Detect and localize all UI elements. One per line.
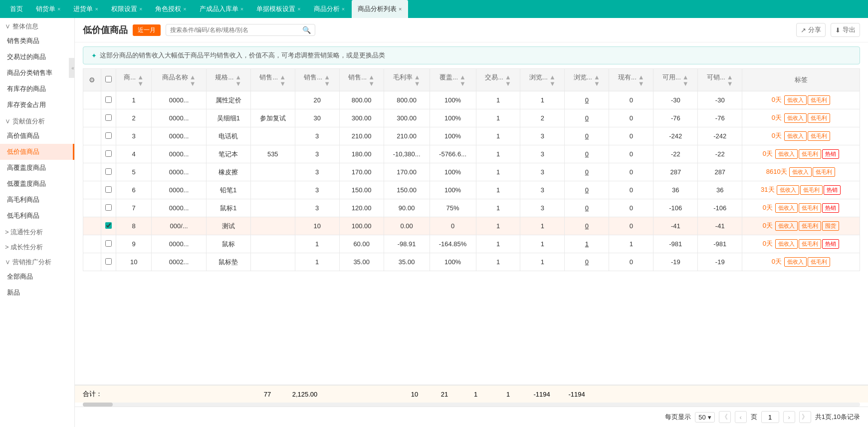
info-banner: ✦ 这部分商品的销售收入大幅低于商品平均销售收入，价值不高，可考虑调整营销策略，… [83,46,860,64]
row-name: 鼠标垫 [206,253,250,271]
sidebar-group-marketing[interactable]: ∨ 营销推广分析 [0,254,74,269]
nav-close-permissions[interactable]: × [139,6,142,12]
row-gross-rate: -164.85% [430,235,476,253]
row-browse2: 0 [609,109,653,127]
browse2-column-header: 浏览...▲▼ [565,69,609,91]
page-size-select[interactable]: 50 ▾ [695,412,714,423]
nav-close-warehouse[interactable]: × [240,6,243,12]
row-checkbox-8[interactable] [105,240,112,247]
row-available: -106 [698,199,742,217]
row-number: 7 [116,199,152,217]
nav-close-analysis-list[interactable]: × [399,6,402,12]
nav-template-settings[interactable]: 单据模板设置 × [250,0,306,18]
summary-sales-qty: 77 [250,391,285,398]
search-input[interactable] [170,26,299,33]
time-filter-button[interactable]: 近一月 [133,24,161,36]
nav-sales-order[interactable]: 销货单 × [30,0,66,18]
next-page-button[interactable]: › [783,411,795,423]
sidebar-item-traded-products[interactable]: 交易过的商品 [0,49,74,65]
tag: 低毛利 [799,149,821,159]
nav-permissions[interactable]: 权限设置 × [105,0,148,18]
sidebar-item-high-coverage[interactable]: 高覆盖度商品 [0,160,74,176]
search-icon[interactable]: 🔍 [302,26,311,34]
row-sales-amount: 170.00 [339,163,384,181]
select-all-checkbox[interactable] [105,76,112,82]
page-number-input[interactable] [761,411,779,423]
row-checkbox-1[interactable] [105,114,112,121]
nav-home[interactable]: 首页 [4,0,29,18]
sidebar-collapse-button[interactable]: « [69,58,75,78]
gear-icon[interactable]: ⚙ [89,76,95,84]
sidebar-item-in-stock[interactable]: 有库存的商品 [0,81,74,97]
row-checkbox-cell [101,199,116,217]
row-current-stock: 287 [653,163,698,181]
sidebar-item-category-rate[interactable]: 商品分类销售率 [0,65,74,81]
sidebar-item-stock-capital[interactable]: 库存资金占用 [0,97,74,113]
row-checkbox-0[interactable] [105,96,112,103]
sidebar-group-overall[interactable]: ∨ 整体信息 [0,18,74,33]
sidebar-item-all-products[interactable]: 全部商品 [0,269,74,285]
row-days: 0天 [772,114,782,121]
row-available: -242 [698,127,742,145]
sidebar-item-low-coverage[interactable]: 低覆盖度商品 [0,176,74,192]
sidebar-item-high-value[interactable]: 高价值商品 [0,128,74,144]
row-sales-qty: 10 [295,217,339,235]
sales-qty-column-header: 销售...▲▼ [250,69,295,91]
nav-product-warehouse[interactable]: 产成品入库单 × [194,0,249,18]
nav-close-purchase[interactable]: × [95,6,98,12]
row-checkbox-3[interactable] [105,150,112,157]
row-transactions: 3 [520,163,565,181]
row-coverage: 1 [476,163,520,181]
nav-close-role[interactable]: × [183,6,186,12]
row-sales-qty: 3 [295,163,339,181]
row-available: -41 [698,217,742,235]
row-gear-cell [83,127,101,145]
row-checkbox-6[interactable] [105,204,112,211]
sidebar-group-contribution[interactable]: ∨ 贡献值分析 [0,113,74,128]
horizontal-scrollbar[interactable] [83,403,860,407]
prev-page-button[interactable]: ‹ [735,411,747,423]
row-coverage: 1 [476,145,520,163]
row-days: 8610天 [766,168,787,175]
page-header: 低价值商品 近一月 🔍 ↗ 分享 ⬇ 导出 [75,18,868,42]
export-button[interactable]: ⬇ 导出 [831,23,860,37]
row-tags: 0天 低收入低毛利 [742,253,860,271]
row-checkbox-5[interactable] [105,186,112,193]
row-days: 0天 [772,132,782,139]
tag: 热销 [824,185,841,195]
summary-current-stock: -1194 [524,391,559,398]
sidebar-item-low-margin[interactable]: 低毛利商品 [0,208,74,224]
row-checkbox-cell [101,127,116,145]
sidebar-item-sales-products[interactable]: 销售类商品 [0,33,74,49]
scroll-thumb[interactable] [83,403,113,407]
sidebar-group-circulation[interactable]: > 流通性分析 [0,224,74,239]
row-checkbox-2[interactable] [105,132,112,139]
row-checkbox-cell [101,91,116,109]
share-button[interactable]: ↗ 分享 [796,23,826,37]
row-gear-cell [83,199,101,217]
row-transactions: 3 [520,181,565,199]
nav-close-analysis[interactable]: × [342,6,345,12]
nav-purchase[interactable]: 进货单 × [67,0,104,18]
row-days: 0天 [763,204,773,211]
sidebar-item-high-margin[interactable]: 高毛利商品 [0,192,74,208]
sidebar-item-new-products[interactable]: 新品 [0,285,74,301]
nav-product-analysis[interactable]: 商品分析 × [308,0,351,18]
row-checkbox-9[interactable] [105,258,112,265]
nav-close-sales[interactable]: × [57,6,60,12]
last-page-button[interactable]: 》 [799,411,811,423]
nav-close-template[interactable]: × [297,6,300,12]
sidebar-item-low-value[interactable]: 低价值商品 [0,144,74,160]
nav-product-analysis-list[interactable]: 商品分析列表 × [352,0,408,18]
row-gross-rate: -5766.6... [430,145,476,163]
row-browse1: 0 [565,181,609,199]
row-checkbox-7[interactable] [105,222,112,229]
row-code: 000/... [152,217,206,235]
row-name: 电话机 [206,127,250,145]
first-page-button[interactable]: 《 [719,411,731,423]
nav-role-auth[interactable]: 角色授权 × [149,0,192,18]
sidebar-group-growth[interactable]: > 成长性分析 [0,239,74,254]
row-checkbox-4[interactable] [105,168,112,175]
row-gross-rate: 100% [430,163,476,181]
row-sales-gross: 300.00 [384,109,430,127]
